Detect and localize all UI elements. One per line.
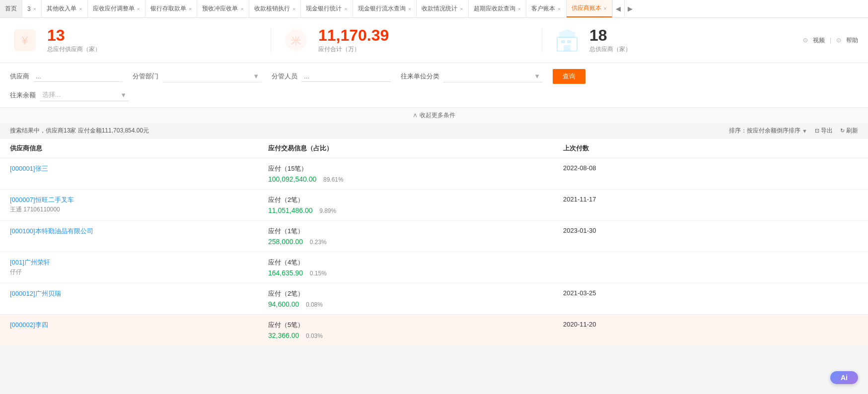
close-icon[interactable]: × <box>33 6 36 12</box>
nav-tab-home[interactable]: 首页 <box>0 0 22 17</box>
balance-select[interactable]: 选择... ▼ <box>40 89 129 101</box>
close-icon[interactable]: × <box>408 6 411 12</box>
header-supplier-info: 供应商信息 <box>10 144 268 153</box>
nav-tab-customer-book[interactable]: 客户账本 × <box>526 0 566 17</box>
export-button[interactable]: ⊡ 导出 <box>815 127 833 135</box>
payable-suppliers-number: 13 <box>47 27 101 43</box>
nav-tab-cash-bank-flow[interactable]: 现金银行流水查询 × <box>353 0 417 17</box>
nav-tab-other-income[interactable]: 其他收入单 × <box>42 0 87 17</box>
sort-arrow-icon: ▼ <box>802 128 807 134</box>
stat-help: ⊙ 视频 | ⊙ 帮助 <box>803 36 858 45</box>
close-icon[interactable]: × <box>558 6 561 12</box>
table-row: [000007]恒旺二手叉车 王通 17106110000 应付（2笔） 11,… <box>0 190 868 221</box>
close-icon[interactable]: × <box>189 6 192 12</box>
stat-payable-total: 米 11,170.39 应付合计（万） <box>281 25 532 55</box>
nav-prev-arrow[interactable]: ◀ <box>612 0 624 17</box>
chevron-down-icon2: ▼ <box>534 72 540 80</box>
close-icon[interactable]: × <box>518 6 521 12</box>
close-icon[interactable]: × <box>240 6 243 12</box>
svg-rect-6 <box>567 40 571 43</box>
svg-rect-5 <box>561 40 565 43</box>
close-icon[interactable]: × <box>137 6 140 12</box>
table-row: [001]广州荣轩 仔仔 应付（4笔） 164,635.90 0.15% <box>0 252 868 283</box>
svg-rect-8 <box>559 33 575 38</box>
stat-divider-2 <box>542 28 542 53</box>
supplier-input[interactable] <box>33 71 123 82</box>
header-payable-info: 应付交易信息（占比） <box>268 144 563 153</box>
supplier-link[interactable]: [000007]恒旺二手叉车 <box>10 196 74 203</box>
close-icon[interactable]: × <box>604 5 607 11</box>
nav-tab-cash-bank-stat[interactable]: 现金银行统计 × <box>301 0 353 17</box>
nav-tab-receipt-verify[interactable]: 收款核销执行 × <box>249 0 301 17</box>
last-pay-date: 2021-11-17 <box>563 196 858 203</box>
close-icon[interactable]: × <box>79 6 82 12</box>
supplier-info-cell: [000100]本特勤油品有限公司 <box>10 227 268 236</box>
balance-label: 往来余额 <box>10 91 36 100</box>
nav-tab-bank-deposit[interactable]: 银行存取款单 × <box>145 0 197 17</box>
payable-count: 应付（2笔） <box>268 196 563 204</box>
close-icon[interactable]: × <box>344 6 347 12</box>
payable-percent: 89.61% <box>323 176 344 183</box>
payable-amount: 94,600.00 <box>268 300 299 308</box>
sort-button[interactable]: 排序：按应付余额倒序排序 ▼ <box>729 127 807 135</box>
dept-select[interactable]: ▼ <box>162 70 262 82</box>
person-input[interactable] <box>301 71 391 82</box>
results-bar: 搜索结果中，供应商13家 应付金额111,703,854.00元 排序：按应付余… <box>0 123 868 139</box>
nav-tab-ar-ap-adjust[interactable]: 应收应付调整单 × <box>88 0 145 17</box>
payable-percent: 0.08% <box>306 301 323 308</box>
supplier-link[interactable]: [000100]本特勤油品有限公司 <box>10 227 93 235</box>
nav-tab-3[interactable]: 3 × <box>22 0 42 17</box>
export-icon: ⊡ <box>815 128 819 134</box>
last-pay-date: 2020-11-20 <box>563 321 858 328</box>
payable-count: 应付（1笔） <box>268 227 563 236</box>
close-icon[interactable]: × <box>460 6 463 12</box>
stat-total-suppliers: 18 总供应商（家） <box>552 25 803 55</box>
payable-amount: 258,000.00 <box>268 238 303 246</box>
query-button[interactable]: 查询 <box>553 69 585 84</box>
payable-amount: 11,051,486.00 <box>268 206 313 214</box>
stats-header: ¥ 13 总应付供应商（家） 米 11,170.39 应付合计（万） <box>0 18 868 63</box>
total-suppliers-icon <box>552 25 582 55</box>
nav-next-arrow[interactable]: ▶ <box>624 0 636 17</box>
supplier-sub: 仔仔 <box>10 268 268 276</box>
supplier-info-cell: [001]广州荣轩 仔仔 <box>10 258 268 276</box>
video-link[interactable]: 视频 <box>813 36 825 45</box>
nav-tab-overdue-ar[interactable]: 超期应收款查询 × <box>469 0 526 17</box>
supplier-info-cell: [000012]广州贝瑞 <box>10 289 268 298</box>
supplier-link[interactable]: [001]广州荣轩 <box>10 259 50 266</box>
supplier-filter: 供应商 <box>10 71 123 82</box>
payable-percent: 0.03% <box>306 332 323 339</box>
table-row: [000012]广州贝瑞 应付（2笔） 94,600.00 0.08% 2021… <box>0 283 868 315</box>
refresh-button[interactable]: ↻ 刷新 <box>840 127 858 135</box>
svg-text:¥: ¥ <box>21 34 28 47</box>
supplier-link[interactable]: [000001]张三 <box>10 165 48 172</box>
nav-tab-supplier-book[interactable]: 供应商账本 × <box>567 0 612 17</box>
payable-count: 应付（15笔） <box>268 164 563 173</box>
person-filter: 分管人员 <box>272 71 391 82</box>
supplier-link[interactable]: [000012]广州贝瑞 <box>10 290 61 297</box>
supplier-link[interactable]: [000002]李四 <box>10 321 48 328</box>
category-filter: 往来单位分类 ▼ <box>401 70 543 82</box>
payable-count: 应付（2笔） <box>268 289 563 298</box>
payable-info-cell: 应付（5笔） 32,366.00 0.03% <box>268 321 563 339</box>
help-link[interactable]: 帮助 <box>846 36 858 45</box>
nav-tab-receipt-stat[interactable]: 收款情况统计 × <box>417 0 468 17</box>
category-select[interactable]: ▼ <box>443 70 543 82</box>
collapse-bar[interactable]: ∧ 收起更多条件 <box>0 108 868 123</box>
help-circle-icon: ⊙ <box>803 37 808 44</box>
payable-amount: 164,635.90 <box>268 269 303 277</box>
refresh-icon: ↻ <box>840 128 845 134</box>
table-row: [000002]李四 应付（5笔） 32,366.00 0.03% 2020-1… <box>0 315 868 346</box>
payable-count: 应付（4笔） <box>268 258 563 267</box>
close-icon[interactable]: × <box>292 6 295 12</box>
payable-amount: 100,092,540.00 <box>268 175 316 183</box>
payable-percent: 0.23% <box>310 239 327 246</box>
filter-row-2: 往来余额 选择... ▼ <box>10 89 858 101</box>
dept-label: 分管部门 <box>133 72 158 81</box>
nav-tab-pre-receipt[interactable]: 预收冲应收单 × <box>197 0 249 17</box>
payable-info-cell: 应付（1笔） 258,000.00 0.23% <box>268 227 563 246</box>
last-pay-date: 2021-03-25 <box>563 289 858 297</box>
total-suppliers-number: 18 <box>589 27 631 43</box>
payable-info-cell: 应付（4笔） 164,635.90 0.15% <box>268 258 563 277</box>
payable-total-icon: 米 <box>281 25 311 55</box>
